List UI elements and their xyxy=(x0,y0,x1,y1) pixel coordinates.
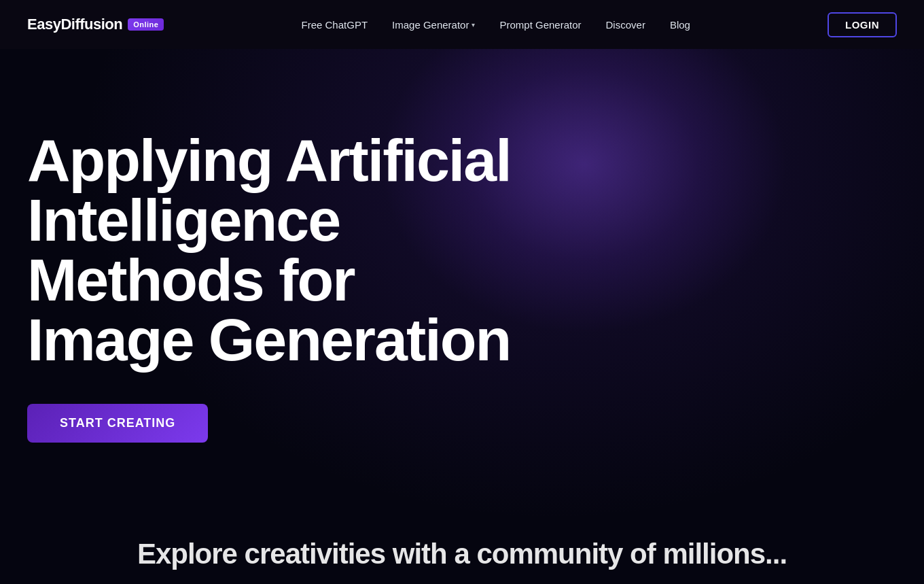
login-button[interactable]: LOGIN xyxy=(828,12,897,37)
online-badge: Online xyxy=(128,18,164,31)
hero-title: Applying Artificial Intelligence Methods… xyxy=(27,131,544,370)
nav-item-blog[interactable]: Blog xyxy=(670,19,690,31)
nav-item-discover[interactable]: Discover xyxy=(606,19,645,31)
logo-text: EasyDiffusion xyxy=(27,16,122,33)
chevron-down-icon: ▾ xyxy=(472,21,475,29)
nav-item-free-chatgpt[interactable]: Free ChatGPT xyxy=(302,19,368,31)
hero-content: Applying Artificial Intelligence Methods… xyxy=(27,131,544,443)
hero-section: Applying Artificial Intelligence Methods… xyxy=(0,49,924,584)
hero-title-line1: Applying Artificial xyxy=(27,126,511,194)
nav-link-blog[interactable]: Blog xyxy=(670,19,690,31)
hero-title-line3: Methods for xyxy=(27,246,355,313)
nav-item-prompt-generator[interactable]: Prompt Generator xyxy=(499,19,581,31)
nav-link-image-generator[interactable]: Image Generator ▾ xyxy=(392,19,475,31)
nav-link-discover[interactable]: Discover xyxy=(606,19,645,31)
nav-link-prompt-generator[interactable]: Prompt Generator xyxy=(499,19,581,31)
nav-links: Free ChatGPT Image Generator ▾ Prompt Ge… xyxy=(302,19,690,31)
hero-title-line2: Intelligence xyxy=(27,186,340,254)
start-creating-button[interactable]: START CREATING xyxy=(27,404,208,443)
logo-area[interactable]: EasyDiffusion Online xyxy=(27,16,164,33)
hero-title-line4: Image Generation xyxy=(27,306,510,373)
navbar: EasyDiffusion Online Free ChatGPT Image … xyxy=(0,0,924,49)
bottom-tagline: Explore creativities with a community of… xyxy=(0,538,924,570)
nav-item-image-generator[interactable]: Image Generator ▾ xyxy=(392,19,475,31)
nav-link-free-chatgpt[interactable]: Free ChatGPT xyxy=(302,19,368,31)
bottom-section: Explore creativities with a community of… xyxy=(0,538,924,584)
